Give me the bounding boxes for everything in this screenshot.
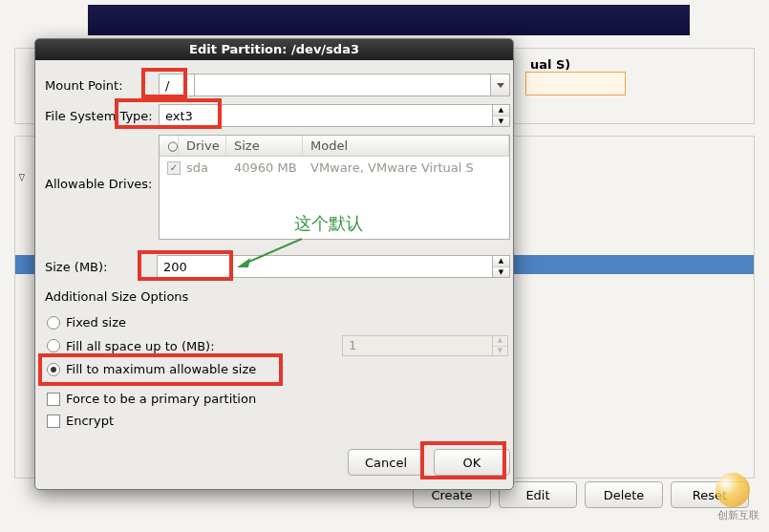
cell-size: 40960 MB [234,160,310,175]
tree-expander-icon[interactable]: ▽ [19,172,25,182]
cell-model: VMware, VMware Virtual S [310,160,474,175]
table-row[interactable]: ✓ sda 40960 MB VMware, VMware Virtual S [160,157,509,179]
mount-point-label: Mount Point: [45,78,155,93]
fill-up-to-value: 1 [343,336,492,355]
delete-button[interactable]: Delete [585,481,663,508]
col-size[interactable]: Size [226,136,303,156]
col-drive[interactable]: Drive [179,136,226,156]
force-primary-option[interactable]: Force to be a primary partition [47,392,508,406]
table-header: ○ Drive Size Model [160,136,509,157]
fill-up-to-spin: 1 ▲▼ [342,335,508,356]
allowable-drives-label: Allowable Drives: [45,135,155,191]
dialog-title: Edit Partition: /dev/sda3 [35,39,513,60]
checkbox-icon[interactable] [47,393,60,406]
annotation-text: 这个默认 [294,212,363,235]
chevron-down-icon[interactable] [490,74,509,96]
device-model-partial: ual S) [530,57,570,72]
fs-type-label: File System Type: [45,109,155,123]
ok-button[interactable]: OK [434,449,510,476]
size-label: Size (MB): [45,260,151,274]
orange-highlight [525,72,626,96]
fill-max-option[interactable]: Fill to maximum allowable size [47,362,508,376]
radio-icon[interactable] [47,339,60,352]
mount-point-combo[interactable] [159,74,510,96]
cell-drive: sda [186,160,234,175]
force-primary-label: Force to be a primary partition [66,392,256,406]
fs-type-combo[interactable]: ▲▼ [159,104,510,127]
spinner-icon[interactable]: ▲▼ [492,256,509,277]
encrypt-option[interactable]: Encrypt [47,414,508,428]
spinner-icon[interactable]: ▲▼ [492,105,509,126]
mount-point-input[interactable] [160,74,194,96]
fill-up-to-label: Fill all space up to (MB): [66,339,215,353]
encrypt-label: Encrypt [66,414,114,428]
fixed-size-option[interactable]: Fixed size [47,315,508,330]
watermark-icon [716,473,750,507]
col-checkbox[interactable]: ○ [160,136,179,156]
row-checkbox-icon[interactable]: ✓ [167,161,181,175]
size-input[interactable] [158,256,492,277]
col-model[interactable]: Model [303,136,509,156]
watermark-text: 创新互联 [717,508,759,522]
fill-max-label: Fill to maximum allowable size [66,362,256,376]
radio-icon[interactable] [47,363,60,376]
radio-icon[interactable] [47,316,60,330]
fs-type-input[interactable] [160,105,492,126]
banner [88,5,690,35]
additional-options-legend: Additional Size Options [45,289,510,304]
edit-partition-dialog: Edit Partition: /dev/sda3 Mount Point: F… [34,38,514,490]
size-spin[interactable]: ▲▼ [157,255,510,278]
fill-up-to-option[interactable]: Fill all space up to (MB): 1 ▲▼ [47,335,508,356]
checkbox-icon[interactable] [47,415,60,428]
fixed-size-label: Fixed size [66,315,126,330]
cancel-button[interactable]: Cancel [348,449,424,476]
